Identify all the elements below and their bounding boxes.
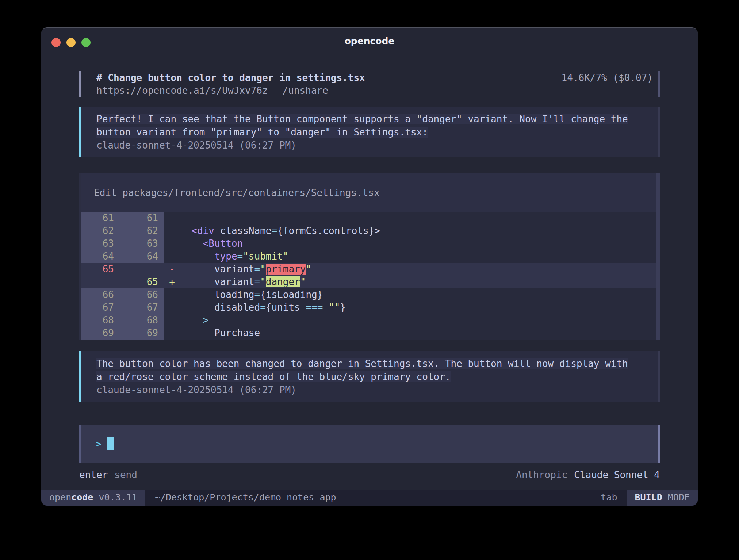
diff-code-line: type="submit" <box>180 250 288 263</box>
app-window: opencode # Change button color to danger… <box>41 27 698 506</box>
code-token: danger <box>266 276 300 287</box>
text-cursor <box>107 437 114 450</box>
diff-code-line: disabled={units === ""} <box>180 301 346 314</box>
working-directory: ~/Desktop/Projects/demo-notes-app <box>145 490 336 506</box>
traffic-lights <box>51 38 91 47</box>
code-token: variant <box>180 264 254 275</box>
diff-line-number-old: 63 <box>81 237 117 250</box>
session-header: # Change button color to danger in setti… <box>79 71 660 97</box>
code-token: } <box>340 302 346 313</box>
diff-line-number-old: 61 <box>81 212 117 225</box>
message-right-border <box>658 107 660 157</box>
diff-code-line: variant="danger" <box>180 276 306 288</box>
prompt-input[interactable]: > <box>79 425 660 463</box>
token-usage: 14.6K/7% ($0.07) <box>562 71 658 84</box>
diff-change-marker <box>164 225 180 237</box>
scrollbar[interactable] <box>656 173 660 340</box>
diff-line-number-old: 64 <box>81 250 117 263</box>
code-token: = <box>254 289 260 300</box>
diff-code-line: Purchase <box>180 327 260 340</box>
edit-file-header: Edit packages/frontend/src/containers/Se… <box>81 173 656 212</box>
diff-row: 6666 loading={isLoading} <box>81 288 656 301</box>
minimize-button[interactable] <box>66 38 76 47</box>
code-token: = <box>237 251 243 262</box>
diff-change-marker <box>164 301 180 314</box>
share-url[interactable]: https://opencode.ai/s/UwJxv76z <box>96 84 268 97</box>
code-token: type <box>214 251 237 262</box>
diff-line-number-old: 69 <box>81 327 117 340</box>
code-token: {isLoading} <box>260 289 323 300</box>
code-token: " <box>260 276 266 287</box>
code-token <box>180 238 203 249</box>
code-token <box>180 225 191 236</box>
diff-line-number-old: 68 <box>81 314 117 327</box>
code-token: {units <box>266 302 306 313</box>
message-model-meta: claude-sonnet-4-20250514 (06:27 PM) <box>96 383 658 396</box>
diff-line-number-new: 61 <box>117 212 164 225</box>
diff-change-marker: - <box>164 263 180 276</box>
session-title: # Change button color to danger in setti… <box>96 71 365 84</box>
title-bar: opencode <box>41 28 698 54</box>
diff-line-number-new: 65 <box>117 276 164 288</box>
code-token: primary <box>266 264 306 275</box>
code-token: loading <box>180 289 254 300</box>
diff-line-number-old: 66 <box>81 288 117 301</box>
input-right-border <box>658 425 660 463</box>
diff-line-number-new: 62 <box>117 225 164 237</box>
code-token: className <box>214 225 272 236</box>
diff-line-number-new: 67 <box>117 301 164 314</box>
diff-change-marker <box>164 314 180 327</box>
diff-row: 65+ variant="danger" <box>81 276 656 288</box>
diff-line-number-new: 66 <box>117 288 164 301</box>
code-token <box>323 302 329 313</box>
diff-change-marker <box>164 212 180 225</box>
code-token: " <box>300 276 306 287</box>
diff-change-marker <box>164 327 180 340</box>
diff-row: 6464 type="submit" <box>81 250 656 263</box>
model-indicator: AnthropicClaude Sonnet 4 <box>516 469 660 481</box>
code-token: === <box>306 302 323 313</box>
message-model-meta: claude-sonnet-4-20250514 (06:27 PM) <box>96 139 658 152</box>
mode-indicator[interactable]: BUILD MODE <box>627 490 698 506</box>
diff-code-line: <Button <box>180 237 243 250</box>
diff-line-number-old: 65 <box>81 263 117 276</box>
status-bar: opencode v0.3.11 ~/Desktop/Projects/demo… <box>41 490 698 506</box>
message-line: button variant from "primary" to "danger… <box>96 126 658 139</box>
diff-row: 6161 <box>81 212 656 225</box>
unshare-command[interactable]: /unshare <box>283 84 328 97</box>
message-line: The button color has been changed to dan… <box>96 357 658 370</box>
diff-line-number-new: 63 <box>117 237 164 250</box>
edit-tool-panel: Edit packages/frontend/src/containers/Se… <box>79 173 660 340</box>
assistant-message: The button color has been changed to dan… <box>79 351 660 402</box>
session-right-border <box>658 71 660 97</box>
code-token: > <box>203 315 209 326</box>
code-token: Purchase <box>180 327 260 338</box>
diff-line-number-new: 69 <box>117 327 164 340</box>
diff-code-line: > <box>180 314 208 327</box>
diff-change-marker <box>164 237 180 250</box>
diff-row: 6767 disabled={units === ""} <box>81 301 656 314</box>
message-right-border <box>658 351 660 402</box>
diff-row: 6868 > <box>81 314 656 327</box>
send-hint: entersend <box>79 469 137 481</box>
code-token: = <box>271 225 277 236</box>
code-token: "" <box>329 302 340 313</box>
diff-line-number-old: 62 <box>81 225 117 237</box>
window-title: opencode <box>41 28 698 46</box>
assistant-message: Perfect! I can see that the Button compo… <box>79 107 660 157</box>
diff-body: 61616262 <div className={formCs.controls… <box>81 212 656 340</box>
message-line: a red/rose color scheme instead of the b… <box>96 370 658 383</box>
diff-change-marker <box>164 288 180 301</box>
code-token <box>180 315 203 326</box>
diff-line-number-old <box>81 276 117 288</box>
zoom-button[interactable] <box>81 38 91 47</box>
code-token: variant <box>180 276 254 287</box>
diff-code-line: variant="primary" <box>180 263 311 276</box>
diff-line-number-new: 64 <box>117 250 164 263</box>
close-button[interactable] <box>51 38 61 47</box>
code-token: "submit" <box>243 251 288 262</box>
diff-row: 6363 <Button <box>81 237 656 250</box>
diff-row: 6262 <div className={formCs.controls}> <box>81 225 656 237</box>
code-token: {formCs.controls}> <box>277 225 380 236</box>
code-token: <Button <box>203 238 243 249</box>
